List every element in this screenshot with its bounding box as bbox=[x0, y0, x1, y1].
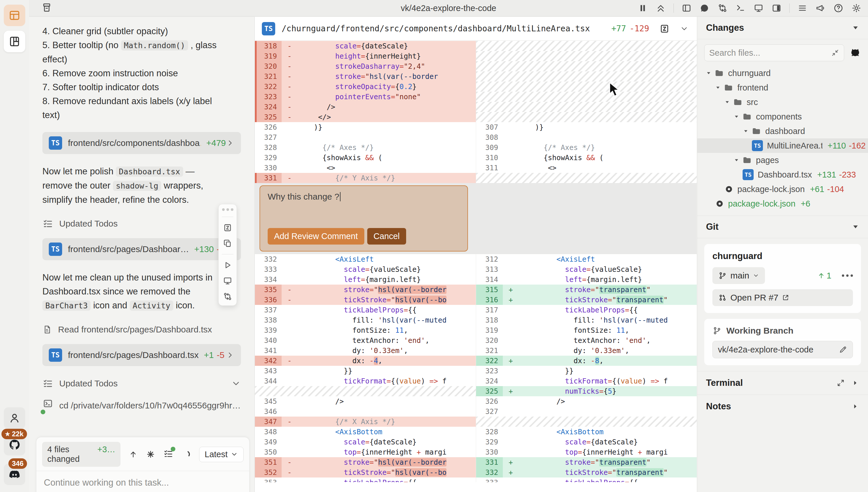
play-icon[interactable] bbox=[222, 260, 233, 270]
chevron-down-icon[interactable] bbox=[680, 24, 688, 33]
diff-code-row[interactable]: 322- strokeOpacity={0.2} bbox=[255, 81, 476, 92]
latest-dropdown[interactable]: Latest bbox=[199, 447, 243, 462]
diff-code-row[interactable]: 330 <> bbox=[255, 163, 476, 173]
diff-code-row[interactable]: 323 }} bbox=[476, 366, 697, 376]
diff-code-row[interactable]: 315+ stroke="transparent" bbox=[476, 285, 697, 295]
diff-code-row[interactable]: 329 {showAxis && ( bbox=[255, 153, 476, 163]
review-comment-box[interactable]: Why this change ? Add Review Comment Can… bbox=[260, 186, 468, 251]
tree-folder-churnguard[interactable]: churnguard bbox=[697, 66, 868, 80]
changes-section-header[interactable]: Changes bbox=[697, 17, 868, 39]
diff-code-row[interactable]: 312 <AxisLeft bbox=[476, 254, 697, 264]
notes-section-header[interactable]: Notes bbox=[697, 395, 868, 418]
diff-filler-row[interactable] bbox=[476, 51, 697, 61]
github-button[interactable]: ★22k bbox=[4, 434, 25, 456]
diff-code-row[interactable]: 318- scale={dateScale} bbox=[255, 41, 476, 51]
diff-code-row[interactable]: 319 fontSize: 11, bbox=[476, 325, 697, 335]
diff-code-row[interactable]: 325+ numTicks={5} bbox=[476, 386, 697, 396]
expand-icon[interactable] bbox=[837, 379, 845, 387]
file-change-chip[interactable]: TS frontend/src/components/dashboa… +479 bbox=[42, 132, 241, 154]
diff-code-row[interactable]: 337 tickLabelProps={{ bbox=[255, 305, 476, 315]
menu-icon[interactable] bbox=[797, 3, 807, 13]
diff-filler-row[interactable] bbox=[476, 173, 697, 183]
diff-code-row[interactable]: 330 top={innerHeight + margi bbox=[476, 447, 697, 457]
diff-code-row[interactable]: 340 textAnchor: 'end', bbox=[255, 335, 476, 345]
megaphone-icon[interactable] bbox=[815, 3, 826, 13]
git-compare-icon[interactable] bbox=[222, 292, 233, 301]
diff-code-row[interactable]: 321- stroke="hsl(var(--border bbox=[255, 71, 476, 81]
diff-code-row[interactable]: 339 fontSize: 11, bbox=[255, 325, 476, 335]
diff-code-row[interactable]: 335- stroke="hsl(var(--border bbox=[255, 285, 476, 295]
diff-code-row[interactable]: 348 <AxisBottom bbox=[255, 427, 476, 437]
panel-left-icon[interactable] bbox=[681, 3, 692, 13]
board-view-button[interactable] bbox=[4, 31, 25, 52]
file-change-chip[interactable]: TS frontend/src/pages/Dashboard.tsx +1 -… bbox=[42, 344, 241, 366]
diff-code-row[interactable]: 333 tickLabelProps={{ bbox=[476, 477, 697, 482]
chat-bubble-icon[interactable] bbox=[699, 3, 710, 13]
diff-code-row[interactable]: 313 scale={valueScale} bbox=[476, 264, 697, 274]
diff-code-row[interactable]: 323- pointerEvents="none" bbox=[255, 92, 476, 102]
diff-code-row[interactable]: 307 )} bbox=[476, 122, 697, 132]
diff-code-row[interactable]: 308 bbox=[476, 132, 697, 143]
diff-filler-row[interactable] bbox=[255, 386, 476, 396]
open-pr-button[interactable]: Open PR #7 bbox=[712, 289, 853, 306]
help-icon[interactable] bbox=[833, 3, 844, 13]
account-button[interactable] bbox=[4, 407, 25, 429]
diff-code-row[interactable]: 321 dy: '0.33em', bbox=[476, 345, 697, 356]
diff-code-row[interactable]: 328 {/* Axes */} bbox=[255, 143, 476, 153]
diff-filler-row[interactable] bbox=[476, 92, 697, 102]
terminal-command-row[interactable]: cd /private/var/folders/10/h7w0q46556ggr… bbox=[42, 398, 241, 413]
diff-code-row[interactable]: 347- {/* X Axis */} bbox=[255, 417, 476, 427]
diff-code-row[interactable]: 350 top={innerHeight + margi bbox=[255, 447, 476, 457]
diff-code-row[interactable]: 318 fill: 'hsl(var(--muted bbox=[476, 315, 697, 325]
tree-folder-dashboard[interactable]: dashboard bbox=[697, 124, 868, 139]
chevron-down-icon[interactable] bbox=[231, 378, 241, 389]
diff-code-row[interactable]: 322+ dx: -8, bbox=[476, 356, 697, 366]
copy-icon[interactable] bbox=[222, 239, 233, 248]
updated-todos-row[interactable]: Updated Todos bbox=[42, 217, 241, 230]
diff-code-row[interactable]: 310 {showAxis && ( bbox=[476, 153, 697, 163]
read-file-row[interactable]: Read frontend/src/pages/Dashboard.tsx bbox=[42, 323, 241, 337]
tree-folder-components[interactable]: components bbox=[697, 109, 868, 124]
tree-folder-frontend[interactable]: frontend bbox=[697, 80, 868, 95]
diff-code-row[interactable]: 317 tickLabelProps={{ bbox=[476, 305, 697, 315]
diff-code-row[interactable]: 319- height={innerHeight} bbox=[255, 51, 476, 61]
review-stamp-icon[interactable] bbox=[222, 223, 233, 233]
diff-code-row[interactable]: 324 tickFormat={(value) => f bbox=[476, 376, 697, 386]
files-changed-chip[interactable]: 4 files changed +3… bbox=[42, 442, 120, 467]
more-options-icon[interactable] bbox=[842, 274, 853, 277]
diff-body[interactable]: 318- scale={dateScale}319- height={inner… bbox=[255, 41, 697, 492]
workspace-active-button[interactable] bbox=[4, 5, 25, 26]
diff-code-row[interactable]: 345 /> bbox=[255, 396, 476, 407]
chevrons-up-icon[interactable] bbox=[656, 3, 666, 13]
arrow-up-icon[interactable] bbox=[128, 449, 138, 460]
diff-code-row[interactable]: 326 /> bbox=[476, 396, 697, 407]
tree-folder-src[interactable]: src bbox=[697, 95, 868, 109]
diff-code-row[interactable]: 320- strokeDasharray="2,4" bbox=[255, 61, 476, 71]
diff-code-row[interactable]: 328 <AxisBottom bbox=[476, 427, 697, 437]
diff-code-row[interactable]: 336- tickStroke="hsl(var(--bo bbox=[255, 295, 476, 305]
tree-file-package-lock.json[interactable]: package-lock.json+6 bbox=[697, 196, 868, 211]
diff-code-row[interactable]: 332 <AxisLeft bbox=[255, 254, 476, 264]
diff-code-row[interactable]: 332+ tickStroke="transparent" bbox=[476, 467, 697, 477]
diff-filler-row[interactable] bbox=[476, 417, 697, 427]
file-change-chip[interactable]: TS frontend/src/pages/Dashboar… +130 -22 bbox=[42, 238, 241, 260]
caret-right-icon[interactable] bbox=[851, 402, 859, 411]
pause-icon[interactable] bbox=[637, 3, 648, 13]
cat-icon[interactable] bbox=[849, 47, 861, 58]
diff-code-row[interactable]: 351- stroke="hsl(var(--border bbox=[255, 457, 476, 467]
tree-file-MultiLineArea.tsx[interactable]: TSMultiLineArea.tsx+110-162 bbox=[697, 139, 868, 153]
terminal-prompt-icon[interactable] bbox=[735, 3, 746, 13]
diff-code-row[interactable]: 314 left={margin.left} bbox=[476, 274, 697, 285]
diff-code-row[interactable]: 311 <> bbox=[476, 163, 697, 173]
diff-code-row[interactable]: 320 textAnchor: 'end', bbox=[476, 335, 697, 345]
git-compare-icon[interactable] bbox=[717, 3, 728, 13]
diff-code-row[interactable]: 343 }} bbox=[255, 366, 476, 376]
branch-dropdown[interactable]: main bbox=[712, 267, 765, 284]
cancel-button[interactable]: Cancel bbox=[367, 228, 406, 245]
discord-button[interactable]: 346 bbox=[4, 464, 25, 485]
working-branch-input[interactable]: vk/4e2a-explore-the-code bbox=[712, 341, 853, 358]
search-files-input[interactable]: Search files... bbox=[704, 44, 844, 61]
diff-code-row[interactable]: 349 scale={dateScale} bbox=[255, 437, 476, 447]
diff-filler-row[interactable] bbox=[476, 71, 697, 81]
diff-code-row[interactable]: 329 scale={dateScale} bbox=[476, 437, 697, 447]
